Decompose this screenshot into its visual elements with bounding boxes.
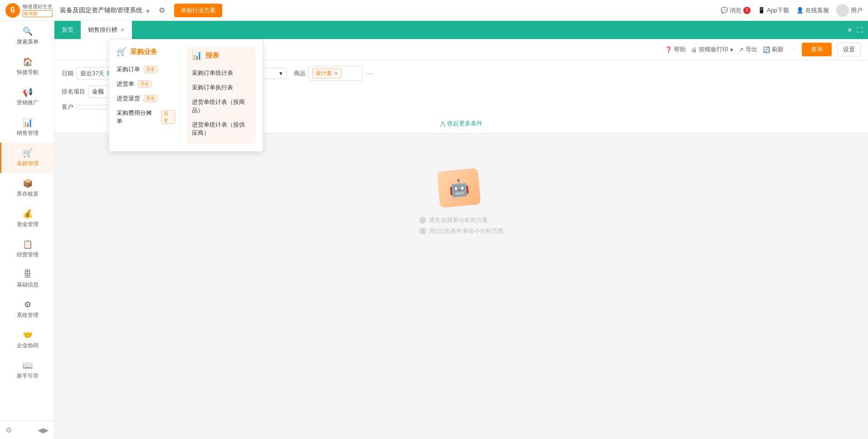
help-action[interactable]: ❓ 帮助 [665, 45, 686, 54]
return-history[interactable]: 历史 [144, 95, 157, 102]
menu-item-order-exec[interactable]: 采购订单执行表 [192, 80, 250, 95]
purchase-icon: 🛒 [23, 148, 33, 158]
sidebar-item-system[interactable]: ⚙ 系统管理 [0, 294, 54, 325]
goods-tag-text: 设计素 [316, 69, 332, 77]
sidebar-label-marketing: 营销推广 [17, 99, 39, 107]
tab-maximize-icon[interactable]: ⛶ [856, 26, 863, 34]
tab-bar: 首页 销售排行榜 ✕ ✕ ⛶ [54, 21, 868, 39]
home-icon: 🏠 [23, 57, 33, 67]
purchase-order-history[interactable]: 历史 [144, 66, 157, 73]
sidebar-label-finance: 资金管理 [17, 221, 39, 228]
menu-item-incoming[interactable]: 进货单 历史 [117, 77, 175, 91]
service-icon: 👤 [796, 7, 804, 14]
message-label: 消息 [730, 6, 741, 15]
try-industry-button[interactable]: 体验行业方案 [174, 4, 222, 17]
sidebar-item-inventory[interactable]: 📦 库存核算 [0, 173, 54, 203]
menu-item-incoming-by-goods[interactable]: 进货单统计表（按商品） [192, 95, 250, 118]
menu-item-fee-spread[interactable]: 采购费用分摊单 历史 [117, 106, 175, 128]
message-badge: 9 [743, 7, 751, 14]
report-menu-column: 📊 报表 采购订单统计表 采购订单执行表 进货单统计表（按商品） 进货单统计表（… [186, 47, 256, 144]
help-label: 帮助 [674, 45, 686, 54]
inventory-icon: 📦 [23, 178, 33, 188]
empty-illustration: 🤖 [439, 170, 484, 211]
export-action[interactable]: ↗ 导出 [739, 45, 757, 54]
help-icon: ❓ [665, 46, 672, 53]
tab-home-label: 首页 [62, 26, 73, 34]
sidebar-item-basic[interactable]: 🗄 基础信息 [0, 264, 54, 294]
menu-divider [180, 47, 181, 144]
goods-more-dots[interactable]: ⋯ [366, 69, 373, 78]
collapse-button[interactable]: ⋀ 收起更多条件 [440, 119, 483, 128]
sidebar-item-search[interactable]: 🔍 搜索菜单 [0, 21, 54, 51]
fee-spread-history[interactable]: 历史 [161, 110, 175, 124]
menu-item-purchase-order[interactable]: 采购订单 历史 [117, 62, 175, 77]
tab-home[interactable]: 首页 [54, 21, 81, 39]
incoming-history[interactable]: 历史 [138, 80, 151, 88]
sidebar-settings-icon[interactable]: ⚙ [5, 426, 12, 434]
tab-close-window-icon[interactable]: ✕ [847, 26, 853, 34]
sidebar-label-search: 搜索菜单 [17, 38, 39, 46]
tab-sales-rank[interactable]: 销售排行榜 ✕ [81, 21, 132, 39]
customer-label: 客户 [62, 103, 73, 111]
report-menu-title: 📊 报表 [192, 50, 250, 60]
sidebar-item-guide[interactable]: 📖 新手引导 [0, 355, 54, 385]
tab-sales-rank-label: 销售排行榜 [88, 26, 117, 34]
sidebar-label-operation: 经营管理 [17, 251, 39, 259]
sidebar-label-sales: 销售管理 [17, 129, 39, 137]
system-settings-icon[interactable]: ⚙ [159, 6, 165, 15]
online-service-action[interactable]: 👤 在线客服 [796, 6, 829, 15]
logo-area: 6 畅捷通好生意 标准版 [5, 3, 60, 18]
menu-item-incoming-by-supplier[interactable]: 进货单统计表（按供应商） [192, 118, 250, 140]
tab-close-icon[interactable]: ✕ [120, 27, 125, 33]
sidebar-item-enterprise[interactable]: 🤝 企业协同 [0, 325, 54, 355]
hint-2-icon: ② [419, 227, 426, 235]
user-action[interactable]: 用户 [836, 4, 863, 17]
incoming-by-supplier-label: 进货单统计表（按供应商） [192, 121, 245, 136]
sidebar: 🔍 搜索菜单 🏠 快捷导航 📢 营销推广 📊 销售管理 🛒 采购管理 📦 库存核… [0, 21, 54, 439]
incoming-by-goods-label: 进货单统计表（按商品） [192, 99, 245, 113]
query-button[interactable]: 查询 [802, 43, 832, 56]
sales-icon: 📊 [23, 118, 33, 128]
robot-icon: 🤖 [437, 168, 481, 208]
sidebar-item-finance[interactable]: 💰 资金管理 [0, 203, 54, 234]
app-download-action[interactable]: 📱 App下载 [758, 6, 789, 15]
system-title: 装备及固定资产辅助管理系统 [60, 6, 142, 15]
sidebar-collapse-icon[interactable]: ◀▶ [38, 426, 49, 434]
empty-state: 🤖 ① 请先选择要分析的方案 ② 用[过滤]条件来缩小分析范围 [54, 133, 868, 271]
goods-tag-close[interactable]: ✕ [334, 70, 338, 77]
refresh-action[interactable]: 🔄 刷新 [763, 45, 784, 54]
sidebar-item-operation[interactable]: 📋 经营管理 [0, 234, 54, 264]
purchase-order-label: 采购订单 [117, 65, 140, 74]
date-value: 最近37天 [80, 69, 104, 78]
empty-text-block: ① 请先选择要分析的方案 ② 用[过滤]条件来缩小分析范围 [419, 216, 503, 235]
sidebar-label-quick: 快捷导航 [17, 69, 39, 76]
sidebar-label-guide: 新手引导 [17, 372, 39, 380]
date-filter-label: 日期 [62, 69, 73, 78]
sidebar-item-sales[interactable]: 📊 销售管理 [0, 112, 54, 143]
message-action[interactable]: 💬 消息 9 [721, 6, 751, 15]
online-service-label: 在线客服 [805, 6, 829, 15]
refresh-label: 刷新 [772, 45, 784, 54]
system-title-area: 装备及固定资产辅助管理系统 ▾ ⚙ 体验行业方案 [60, 4, 721, 17]
sidebar-item-purchase[interactable]: 🛒 采购管理 [0, 143, 54, 173]
collapse-label: 收起更多条件 [447, 119, 483, 128]
purchase-menu-column: 🛒 采购业务 采购订单 历史 进货单 历史 进货退货 历史 采购费用分摊单 [117, 47, 175, 144]
settings-button[interactable]: 设置 [837, 43, 861, 56]
rank-label: 排名项目 [62, 88, 85, 96]
print-dropdown-icon[interactable]: ▾ [730, 46, 733, 53]
basic-icon: 🗄 [24, 270, 32, 279]
sidebar-item-quick[interactable]: 🏠 快捷导航 [0, 51, 54, 82]
purchase-menu-title: 🛒 采购业务 [117, 47, 175, 57]
export-icon: ↗ [739, 46, 744, 53]
system-dropdown-arrow[interactable]: ▾ [146, 7, 153, 14]
top-header: 6 畅捷通好生意 标准版 装备及固定资产辅助管理系统 ▾ ⚙ 体验行业方案 💬 … [0, 0, 868, 21]
main-layout: 🔍 搜索菜单 🏠 快捷导航 📢 营销推广 📊 销售管理 🛒 采购管理 📦 库存核… [0, 21, 868, 439]
header-right: 💬 消息 9 📱 App下载 👤 在线客服 用户 [721, 4, 863, 17]
marketing-icon: 📢 [23, 87, 33, 97]
menu-item-order-stats[interactable]: 采购订单统计表 [192, 66, 250, 80]
sidebar-item-marketing[interactable]: 📢 营销推广 [0, 82, 54, 112]
menu-item-return[interactable]: 进货退货 历史 [117, 91, 175, 106]
print-action[interactable]: 🖨 按模板打印 ▾ [691, 45, 733, 54]
avatar [836, 4, 849, 17]
goods-input[interactable]: 设计素 ✕ [308, 66, 363, 81]
